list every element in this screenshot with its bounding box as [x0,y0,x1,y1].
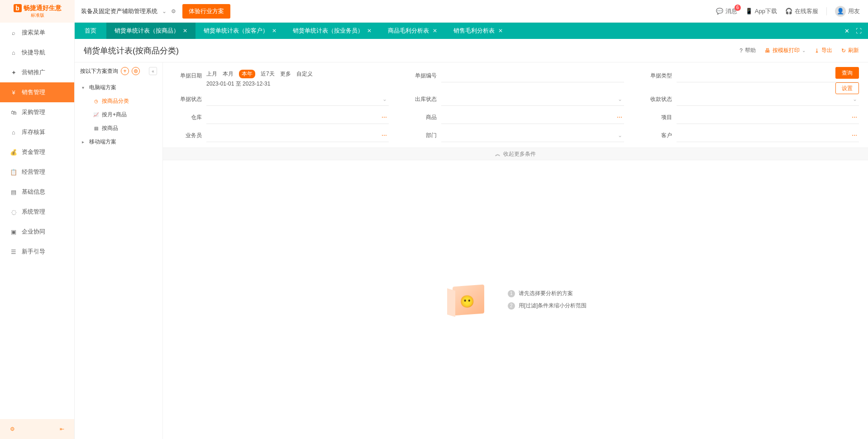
scheme-item-按月+商品[interactable]: 📈按月+商品 [75,108,162,121]
date-option-本年[interactable]: 本年 [239,70,255,78]
list-icon: ▤ [93,125,99,131]
date-option-本月[interactable]: 本月 [223,70,234,78]
lookup-icon[interactable]: ⋯ [617,114,622,120]
nav-icon: ¥ [10,89,17,96]
chevron-down-icon: ⌄ [162,8,167,14]
nav-icon: ⌕ [10,29,17,36]
page-title: 销货单统计表(按商品分类) [84,45,179,56]
left-nav: ⌕搜索菜单⌂快捷导航✦营销推广¥销售管理🛍采购管理⌂库存核算💰资金管理📋经营管理… [0,23,75,439]
close-tab-icon[interactable]: ✕ [367,28,372,34]
app-download-link[interactable]: 📱 App下载 [745,7,777,15]
lookup-icon[interactable]: ⋯ [382,114,387,120]
nav-item-资金管理[interactable]: 💰资金管理 [0,142,74,162]
fullscreen-icon[interactable]: ⛶ [856,28,862,34]
chevron-down-icon[interactable]: ⌄ [618,96,622,102]
close-tab-icon[interactable]: ✕ [272,28,277,34]
settings-button[interactable]: 设置 [835,82,859,94]
headset-icon: 🎧 [785,8,792,14]
tab-商品毛利分析表[interactable]: 商品毛利分析表✕ [380,23,445,39]
collapse-nav-icon[interactable]: ⇤ [60,426,64,432]
nav-icon: ◌ [10,209,17,215]
scheme-title: 按以下方案查询 [80,67,118,75]
caret-icon: ▸ [82,139,86,144]
filter-单据状态: 单据状态⌄ [163,91,398,109]
客户-input[interactable] [677,129,859,142]
chevron-down-icon[interactable]: ⌄ [382,96,387,102]
nav-footer: ⚙ ⇤ [0,419,74,439]
add-scheme-button[interactable]: + [121,67,129,75]
nav-icon: 💰 [10,149,17,156]
system-selector[interactable]: 装备及固定资产辅助管理系统 ⌄ ⚙ [75,7,182,15]
message-badge: 6 [734,5,741,11]
avatar: 👤 [835,6,846,17]
nav-item-基础信息[interactable]: ▤基础信息 [0,182,74,202]
messages-link[interactable]: 💬 消息 6 [716,7,737,15]
app-label: App下载 [755,7,777,15]
close-tab-icon[interactable]: ✕ [498,28,503,34]
user-menu[interactable]: 👤 用友 [835,6,860,17]
query-button[interactable]: 查询 [835,67,859,79]
refresh-link[interactable]: ↻刷新 [841,47,859,54]
nav-icon: ▤ [10,189,17,196]
tab-销货单统计表（按商品）[interactable]: 销货单统计表（按商品）✕ [106,23,196,39]
filter-doc-no: 单据编号 [398,67,633,91]
nav-item-新手引导[interactable]: ☰新手引导 [0,242,74,262]
tab-销货单统计表（按业务员）[interactable]: 销货单统计表（按业务员）✕ [285,23,380,39]
date-option-上月[interactable]: 上月 [206,70,217,78]
lookup-icon[interactable]: ⋯ [852,132,857,138]
scheme-item-按商品[interactable]: ▤按商品 [75,121,162,135]
业务员-input[interactable] [206,129,389,142]
单据状态-input[interactable] [206,93,389,106]
lookup-icon[interactable]: ⋯ [382,132,387,138]
nav-item-系统管理[interactable]: ◌系统管理 [0,202,74,222]
scheme-group-移动端方案[interactable]: ▸移动端方案 [75,135,162,148]
export-link[interactable]: ⤓导出 [815,47,832,54]
tab-bar: 首页销货单统计表（按商品）✕销货单统计表（按客户）✕销货单统计表（按业务员）✕商… [75,23,868,39]
username: 用友 [848,7,860,15]
nav-item-经营管理[interactable]: 📋经营管理 [0,162,74,182]
scheme-item-按商品分类[interactable]: ◷按商品分类 [75,94,162,108]
help-link[interactable]: ?帮助 [739,47,756,54]
nav-item-采购管理[interactable]: 🛍采购管理 [0,102,74,122]
nav-item-销售管理[interactable]: ¥销售管理 [0,82,74,102]
gear-icon[interactable]: ⚙ [10,426,15,432]
chevron-down-icon: ⌄ [802,48,806,53]
close-tab-icon[interactable]: ✕ [183,28,187,34]
nav-item-营销推广[interactable]: ✦营销推广 [0,62,74,82]
tab-销售毛利分析表[interactable]: 销售毛利分析表✕ [445,23,511,39]
tab-销货单统计表（按客户）[interactable]: 销货单统计表（按客户）✕ [196,23,285,39]
chevron-down-icon[interactable]: ⌄ [618,132,622,138]
nav-item-快捷导航[interactable]: ⌂快捷导航 [0,43,74,62]
nav-item-搜索菜单[interactable]: ⌕搜索菜单 [0,23,74,43]
部门-input[interactable] [441,129,624,142]
filter-出库状态: 出库状态⌄ [398,91,633,109]
filter-date: 单据日期 上月本月本年近7天更多自定义 2023-01-01 至 2023-12… [163,67,398,91]
print-template-link[interactable]: 🖶按模板打印⌄ [765,47,806,54]
date-option-近7天[interactable]: 近7天 [261,70,275,78]
close-all-tabs-icon[interactable]: ✕ [844,28,849,34]
商品-input[interactable] [441,111,624,124]
date-option-自定义[interactable]: 自定义 [296,70,313,78]
nav-icon: ☰ [10,248,17,255]
collapse-filters-button[interactable]: ︽ 收起更多条件 [163,148,868,160]
项目-input[interactable] [677,111,859,124]
main-area: 首页销货单统计表（按商品）✕销货单统计表（按客户）✕销货单统计表（按业务员）✕商… [75,23,868,439]
nav-item-企业协同[interactable]: ▣企业协同 [0,222,74,242]
nav-item-库存核算[interactable]: ⌂库存核算 [0,122,74,142]
tab-首页[interactable]: 首页 [75,23,106,39]
close-tab-icon[interactable]: ✕ [433,28,437,34]
date-option-更多[interactable]: 更多 [280,70,291,78]
lookup-icon[interactable]: ⋯ [852,114,857,120]
仓库-input[interactable] [206,111,389,124]
clock-icon: ◷ [93,98,99,104]
gear-icon[interactable]: ⚙ [171,8,176,14]
collapse-scheme-panel-button[interactable]: « [149,67,157,75]
filter-仓库: 仓库⋯ [163,109,398,127]
出库状态-input[interactable] [441,93,624,106]
experience-plan-button[interactable]: 体验行业方案 [182,4,230,19]
scheme-settings-button[interactable]: ⊚ [132,67,140,75]
scheme-group-电脑端方案[interactable]: ▾电脑端方案 [75,81,162,94]
chevron-up-icon: ︽ [495,150,501,158]
doc-no-input[interactable] [441,70,624,82]
online-service-link[interactable]: 🎧 在线客服 [785,7,818,15]
